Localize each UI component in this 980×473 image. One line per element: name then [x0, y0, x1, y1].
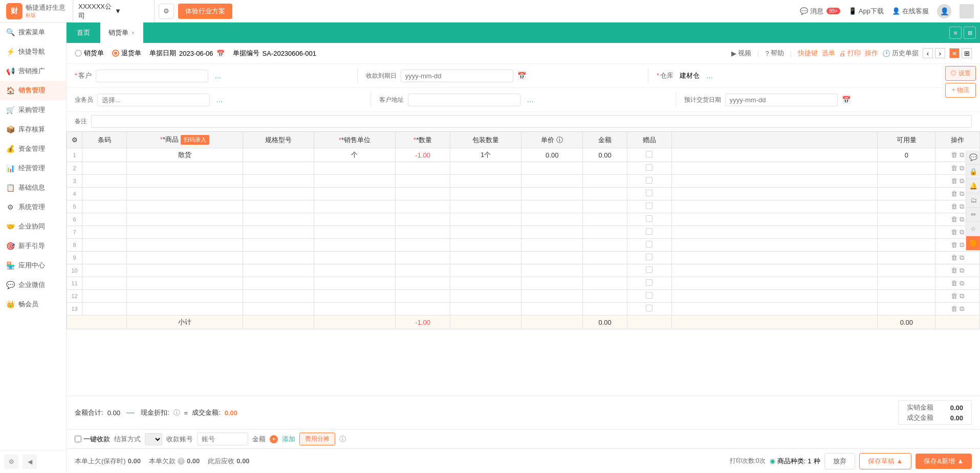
sidebar-item-inventory[interactable]: 📦 库存核算	[0, 120, 66, 139]
sidebar-item-member[interactable]: 👑 畅会员	[0, 295, 66, 314]
tab-grid-view-btn[interactable]: ⊞	[964, 27, 976, 39]
row-copy-btn[interactable]: ⧉	[960, 190, 964, 198]
product-type-radio[interactable]: ◉	[770, 457, 775, 465]
row-delete-btn[interactable]: 🗑	[951, 292, 957, 300]
trial-button[interactable]: 体验行业方案	[178, 4, 232, 19]
logistics-button[interactable]: + 物流	[945, 83, 976, 98]
float-notify-btn[interactable]: 🔔	[966, 179, 980, 193]
calendar-icon[interactable]: 📅	[216, 50, 225, 57]
settings-button[interactable]: ◎ 设置	[945, 66, 976, 81]
row-copy-btn[interactable]: ⧉	[960, 254, 964, 262]
float-lock-btn[interactable]: 🔒	[966, 165, 980, 179]
customer-input[interactable]	[96, 70, 208, 82]
row-delete-btn[interactable]: 🗑	[951, 151, 957, 159]
sidebar-item-search[interactable]: 🔍 搜索菜单	[0, 22, 66, 42]
row-copy-btn[interactable]: ⧉	[960, 202, 964, 211]
avatar[interactable]: 👤	[937, 4, 951, 18]
row-copy-btn[interactable]: ⧉	[960, 151, 964, 159]
tab-close-icon[interactable]: ×	[132, 30, 135, 36]
company-selector[interactable]: XXXXXX公司 ▼	[73, 0, 155, 23]
sidebar-item-management[interactable]: 📊 经营管理	[0, 159, 66, 178]
calc-method-select[interactable]	[145, 433, 162, 445]
app-download-button[interactable]: 📱 App下载	[848, 7, 884, 16]
row-copy-btn[interactable]: ⧉	[960, 279, 964, 287]
row-copy-btn[interactable]: ⧉	[960, 164, 964, 172]
radio-sales-order[interactable]: 销货单	[75, 49, 104, 58]
row-copy-btn[interactable]: ⧉	[960, 215, 964, 223]
expense-btn[interactable]: 费用分摊	[299, 433, 335, 445]
row-copy-btn[interactable]: ⧉	[960, 228, 964, 236]
row-delete-btn[interactable]: 🗑	[951, 164, 957, 172]
row-copy-btn[interactable]: ⧉	[960, 292, 964, 300]
add-amount-btn[interactable]: +	[270, 435, 278, 443]
row-delete-btn[interactable]: 🗑	[951, 228, 957, 236]
row-delete-btn[interactable]: 🗑	[951, 215, 957, 223]
operations-btn[interactable]: 操作	[865, 49, 878, 58]
tab-home[interactable]: 首页	[67, 22, 100, 43]
address-select-btn[interactable]: …	[527, 96, 534, 104]
sidebar-collapse-btn[interactable]: ◀	[23, 455, 37, 469]
warehouse-select-btn[interactable]: …	[706, 72, 713, 80]
row-copy-btn[interactable]: ⧉	[960, 177, 964, 185]
salesperson-input[interactable]	[97, 94, 210, 106]
one-click-pay-checkbox[interactable]	[75, 436, 81, 442]
radio-return-order[interactable]: 退货单	[112, 49, 141, 58]
tab-list-view-btn[interactable]: ≡	[949, 27, 962, 39]
float-star-btn[interactable]: ☆	[966, 222, 980, 236]
abandon-button[interactable]: 放弃	[824, 453, 855, 469]
sidebar-item-weixin[interactable]: 💬 企业微信	[0, 275, 66, 295]
float-chat-btn[interactable]: 💬	[966, 150, 980, 165]
message-button[interactable]: 💬 消息 99+	[800, 7, 840, 16]
row-delete-btn[interactable]: 🗑	[951, 305, 957, 313]
settings-icon[interactable]: ⚙	[159, 4, 174, 19]
sidebar-item-system[interactable]: ⚙ 系统管理	[0, 197, 66, 217]
row-copy-btn[interactable]: ⧉	[960, 241, 964, 249]
row-delete-btn[interactable]: 🗑	[951, 279, 957, 287]
row-delete-btn[interactable]: 🗑	[951, 241, 957, 249]
help-btn[interactable]: ? 帮助	[765, 49, 783, 58]
row-delete-btn[interactable]: 🗑	[951, 190, 957, 198]
row-delete-btn[interactable]: 🗑	[951, 202, 957, 211]
row-delete-btn[interactable]: 🗑	[951, 177, 957, 185]
row-delete-btn[interactable]: 🗑	[951, 266, 957, 275]
sidebar-item-sales[interactable]: 🏠 销售管理	[0, 81, 66, 100]
expense-help-icon[interactable]: ⓘ	[339, 435, 346, 444]
sidebar-item-marketing[interactable]: 📢 营销推广	[0, 61, 66, 81]
nav-next-btn[interactable]: ›	[935, 48, 945, 58]
collect-date-input[interactable]	[401, 70, 513, 82]
sidebar-item-quick-nav[interactable]: ⚡ 快捷导航	[0, 42, 66, 61]
table-view-btn[interactable]: ⊞	[962, 48, 972, 58]
filter-btn[interactable]: 选单	[822, 49, 835, 58]
customer-address-input[interactable]	[408, 94, 520, 106]
history-btn[interactable]: 🕐 历史单据	[882, 49, 919, 58]
sidebar-settings-btn[interactable]: ⚙	[4, 455, 18, 469]
cash-discount-help-icon[interactable]: ⓘ	[173, 408, 180, 417]
sidebar-item-app-center[interactable]: 🏪 应用中心	[0, 256, 66, 275]
customer-select-btn[interactable]: …	[214, 72, 222, 80]
save-draft-button[interactable]: 保存草稿 ▲	[859, 453, 912, 469]
row-copy-btn[interactable]: ⧉	[960, 305, 964, 313]
scan-btn[interactable]: 扫码录入	[181, 135, 209, 145]
credit-help-icon[interactable]: ?	[178, 458, 185, 465]
save-new-button[interactable]: 保存&新增 ▲	[916, 454, 972, 469]
collect-date-calendar-icon[interactable]: 📅	[517, 72, 526, 80]
account-input[interactable]	[197, 433, 248, 445]
sidebar-item-guide[interactable]: 🎯 新手引导	[0, 236, 66, 256]
float-edit-btn[interactable]: ✏	[966, 208, 980, 222]
sidebar-item-cooperation[interactable]: 🤝 企业协同	[0, 217, 66, 236]
nav-prev-btn[interactable]: ‹	[923, 48, 933, 58]
th-settings[interactable]: ⚙	[67, 132, 82, 148]
remark-input[interactable]	[91, 115, 972, 128]
sidebar-item-purchase[interactable]: 🛒 采购管理	[0, 100, 66, 120]
shortcut-btn[interactable]: 快捷键	[798, 49, 818, 58]
float-docs-btn[interactable]: 🗂	[966, 193, 980, 208]
tab-sales-order[interactable]: 销货单 ×	[100, 22, 143, 43]
list-view-btn[interactable]: ≡	[949, 48, 960, 58]
salesperson-select-btn[interactable]: …	[216, 96, 223, 104]
delivery-date-calendar-icon[interactable]: 📅	[842, 96, 851, 104]
print-btn[interactable]: 🖨 打印	[839, 49, 861, 58]
sidebar-item-finance[interactable]: 💰 资金管理	[0, 139, 66, 159]
sidebar-item-basic-info[interactable]: 📋 基础信息	[0, 178, 66, 197]
float-scan-btn[interactable]: 🟠	[966, 236, 980, 251]
delivery-date-input[interactable]	[725, 94, 838, 106]
